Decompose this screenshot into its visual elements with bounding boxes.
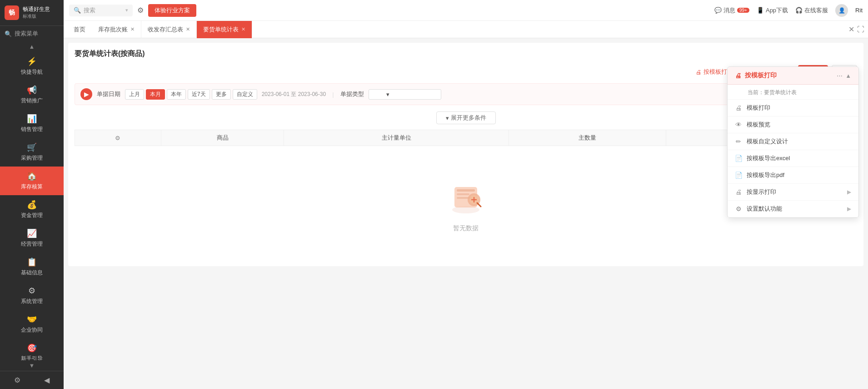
col-unit: 主计量单位: [284, 130, 509, 146]
template-preview-item-label: 模板预览: [747, 121, 851, 129]
dropdown-title-text: 按模板打印: [745, 71, 777, 80]
empty-text: 暂无数据: [453, 224, 479, 232]
tab-summary[interactable]: 收发存汇总表 ✕: [141, 21, 197, 38]
template-design-item-label: 模板自定义设计: [747, 137, 851, 146]
expand-more-button[interactable]: ▾ 展开更多条件: [436, 111, 496, 124]
sidebar-item-sales[interactable]: 📊 销售管理: [0, 109, 64, 138]
online-service-button[interactable]: 🎧 在线客服: [795, 6, 828, 15]
filter-divider-1: |: [332, 91, 334, 98]
online-service-label: 在线客服: [804, 6, 828, 15]
set-default-chevron: ▶: [847, 206, 851, 212]
col-settings[interactable]: ⚙: [75, 130, 161, 146]
tab-inventory-batch-close[interactable]: ✕: [130, 26, 135, 32]
app-download-button[interactable]: 📱 App下载: [757, 6, 788, 15]
avatar[interactable]: 👤: [835, 4, 848, 17]
date-btn-this-year[interactable]: 本年: [167, 89, 186, 100]
sidebar-item-purchase[interactable]: 🛒 采购管理: [0, 138, 64, 167]
content-area: 要货单统计表(按商品) 🖨 按模板打印 ▲ | ↗ 导出 | ↻ 刷新: [68, 43, 863, 266]
sidebar-item-business[interactable]: 📈 经营管理: [0, 224, 64, 253]
sidebar-item-inventory[interactable]: 🏠 库存核算: [0, 167, 64, 195]
tab-order-stats[interactable]: 要货单统计表 ✕: [197, 21, 252, 38]
settings-icon[interactable]: ⚙: [14, 376, 20, 384]
dropdown-close-icon[interactable]: ▲: [845, 72, 851, 79]
sidebar-search[interactable]: 🔍 搜索菜单: [0, 26, 64, 41]
dropdown-item-template-print[interactable]: 🖨 模板打印: [728, 100, 858, 116]
filter-expand-button[interactable]: ▶: [80, 88, 92, 100]
nav-label-sales: 销售管理: [21, 126, 43, 133]
headset-icon: 🎧: [795, 7, 803, 14]
topbar-right: 💬 消息 99+ 📱 App下载 🎧 在线客服 👤 Rit: [714, 4, 863, 17]
close-window-icon[interactable]: ✕: [848, 25, 854, 34]
date-btn-more[interactable]: 更多: [212, 89, 231, 100]
main-area: 🔍 搜索 ▾ ⚙ 体验行业方案 💬 消息 99+ 📱 App下载 🎧 在线客服 …: [64, 0, 868, 389]
date-range: 2023-06-01 至 2023-06-30: [262, 91, 326, 98]
sidebar-item-system[interactable]: ⚙ 系统管理: [0, 281, 64, 310]
nav-icon-system: ⚙: [28, 286, 35, 296]
template-design-icon: ✏: [735, 138, 742, 145]
topbar-search-icon: 🔍: [74, 7, 81, 14]
set-default-icon: ⚙: [735, 205, 742, 212]
display-print-icon: 🖨: [735, 188, 742, 196]
topbar-search-placeholder: 搜索: [84, 6, 95, 15]
dropdown-item-template-design[interactable]: ✏ 模板自定义设计: [728, 133, 858, 150]
tab-home[interactable]: 首页: [67, 25, 92, 34]
col-quantity: 主数量: [509, 130, 666, 146]
sidebar-item-basic[interactable]: 📋 基础信息: [0, 253, 64, 281]
sidebar-item-marketing[interactable]: 📢 营销推广: [0, 81, 64, 109]
expand-more-label: 展开更多条件: [451, 114, 486, 122]
message-icon: 💬: [714, 7, 722, 14]
expand-more-icon: ▾: [446, 115, 449, 121]
dropdown-item-set-default[interactable]: ⚙ 设置默认功能 ▶: [728, 201, 858, 217]
topbar-gear-icon[interactable]: ⚙: [137, 6, 144, 15]
collapse-icon[interactable]: ◀: [44, 376, 50, 384]
date-buttons: 上月 本月 本年 近7天 更多 自定义: [125, 89, 257, 100]
sidebar-item-enterprise[interactable]: 🤝 企业协同: [0, 310, 64, 338]
date-btn-this-month[interactable]: 本月: [146, 89, 165, 100]
date-btn-7days[interactable]: 近7天: [188, 89, 210, 100]
sidebar-scroll-up[interactable]: ▲: [0, 41, 64, 52]
template-preview-icon: 👁: [735, 121, 742, 128]
date-btn-custom[interactable]: 自定义: [233, 89, 257, 100]
sidebar-scroll-down[interactable]: ▼: [0, 360, 64, 371]
nav-label-finance: 资金管理: [21, 212, 43, 219]
col-product: 商品: [161, 130, 284, 146]
set-default-label: 设置默认功能: [747, 205, 782, 213]
dropdown-item-display-print[interactable]: 🖨 按显示打印 ▶: [728, 184, 858, 201]
industry-button[interactable]: 体验行业方案: [148, 4, 196, 17]
display-print-left: 🖨 按显示打印: [735, 188, 776, 196]
set-default-left: ⚙ 设置默认功能: [735, 205, 782, 213]
tab-inventory-batch[interactable]: 库存批次账 ✕: [92, 21, 141, 38]
nav-label-marketing: 营销推广: [21, 97, 43, 105]
export-pdf-item-label: 按模板导出pdf: [747, 171, 851, 179]
nav-icon-marketing: 📢: [27, 85, 37, 95]
tab-order-stats-label: 要货单统计表: [203, 25, 239, 34]
tab-summary-close[interactable]: ✕: [186, 26, 190, 32]
app-logo: 畅 畅通好生意 标准版: [0, 0, 64, 26]
sidebar-item-finance[interactable]: 💰 资金管理: [0, 195, 64, 224]
sidebar-item-quick-nav[interactable]: ⚡ 快捷导航: [0, 52, 64, 81]
printer-icon: 🖨: [696, 69, 702, 76]
table-gear-icon[interactable]: ⚙: [115, 135, 120, 141]
dropdown-item-export-pdf[interactable]: 📄 按模板导出pdf: [728, 167, 858, 184]
tab-order-stats-close[interactable]: ✕: [241, 26, 245, 32]
topbar-search[interactable]: 🔍 搜索 ▾: [69, 5, 133, 16]
app-name: 畅通好生意: [23, 6, 50, 13]
date-btn-prev-month[interactable]: 上月: [125, 89, 144, 100]
dropdown-item-export-excel[interactable]: 📄 按模板导出excel: [728, 150, 858, 167]
display-print-chevron: ▶: [847, 189, 851, 195]
dropdown-more-icon[interactable]: ⋯: [837, 72, 843, 79]
nav-icon-business: 📈: [27, 228, 37, 238]
messages-button[interactable]: 💬 消息 99+: [714, 6, 749, 15]
search-label: 搜索菜单: [15, 30, 38, 38]
filter-type-label: 单据类型: [340, 90, 364, 98]
sidebar-item-guide[interactable]: 🎯 新手引导: [0, 338, 64, 360]
filter-type-chevron: ▾: [386, 91, 389, 98]
tabs-right: ✕ ⛶: [848, 25, 864, 34]
filter-type-select[interactable]: ▾: [369, 89, 441, 100]
dropdown-header-right: ⋯ ▲: [837, 72, 851, 79]
maximize-icon[interactable]: ⛶: [857, 25, 864, 34]
nav-icon-inventory: 🏠: [27, 171, 37, 181]
dropdown-item-template-preview[interactable]: 👁 模板预览: [728, 116, 858, 133]
svg-rect-2: [457, 189, 475, 192]
nav-label-inventory: 库存核算: [21, 183, 43, 191]
